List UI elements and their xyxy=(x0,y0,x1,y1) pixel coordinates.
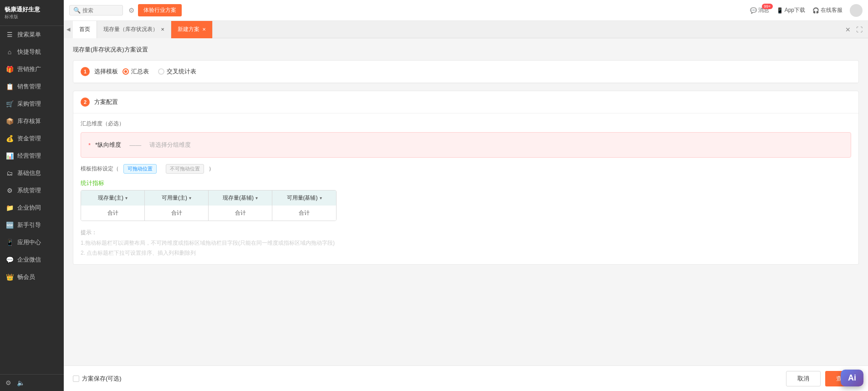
stats-col-sub-0: 合计 xyxy=(107,209,118,217)
template-radio-group: 汇总表 交叉统计表 xyxy=(123,67,196,76)
sidebar-label-marketing: 营销推广 xyxy=(17,65,41,73)
stats-col-body-0: 合计 xyxy=(81,206,145,221)
message-icon: 💬 xyxy=(750,7,757,14)
sidebar-item-company[interactable]: 📁企业协同 xyxy=(0,199,64,216)
sidebar-label-guide: 新手引导 xyxy=(17,221,41,229)
tab-home[interactable]: 首页 xyxy=(73,21,97,38)
settings-icon[interactable]: ⚙ xyxy=(5,379,11,386)
sidebar-label-wechat: 企业微信 xyxy=(17,256,41,264)
tab-scroll-left[interactable]: ◀ xyxy=(64,21,73,38)
stats-col-header-0[interactable]: 现存量(主)▾ xyxy=(81,190,145,206)
stats-table-header: 现存量(主)▾可用量(主)▾现存量(基辅)▾可用量(基辅)▾ xyxy=(81,190,336,206)
sidebar-item-inventory[interactable]: 📦库存核算 xyxy=(0,113,64,130)
stats-table-body: 合计合计合计合计 xyxy=(81,206,336,221)
tab-expand-btn[interactable]: ⛶ xyxy=(854,24,864,35)
radio-cross[interactable]: 交叉统计表 xyxy=(158,67,196,76)
save-check[interactable]: 方案保存(可选) xyxy=(73,375,122,383)
online-service-button[interactable]: 🎧 在线客服 xyxy=(812,6,842,14)
stats-col-header-3[interactable]: 可用量(基辅)▾ xyxy=(272,190,336,206)
step1-header: 1 选择模板 汇总表 交叉统计表 xyxy=(73,61,858,83)
stats-col-label-3: 可用量(基辅) xyxy=(287,194,318,202)
sidebar-label-sales: 销售管理 xyxy=(17,82,41,91)
gear-icon[interactable]: ⚙ xyxy=(128,6,134,15)
tab-new-scheme[interactable]: 新建方案 ✕ xyxy=(171,21,213,38)
sidebar-item-finance[interactable]: 💰资金管理 xyxy=(0,130,64,147)
sidebar-item-purchase[interactable]: 🛒采购管理 xyxy=(0,95,64,113)
sidebar-item-system[interactable]: ⚙系统管理 xyxy=(0,182,64,199)
stats-col-header-1[interactable]: 可用量(主)▾ xyxy=(145,190,209,206)
sidebar-item-basic-info[interactable]: 🗂基础信息 xyxy=(0,165,64,182)
hint-item-1: 1.拖动标题栏可以调整布局，不可跨维度或指标区域拖动栏目字段(只能在同一维度或指… xyxy=(81,238,851,248)
sidebar-label-company: 企业协同 xyxy=(17,204,41,212)
sidebar-item-wechat[interactable]: 💬企业微信 xyxy=(0,251,64,268)
sidebar-item-search-menu[interactable]: ☰搜索菜单 xyxy=(0,26,64,43)
sidebar-icon-inventory: 📦 xyxy=(5,117,14,125)
stats-section-label: 统计指标 xyxy=(81,179,851,187)
sidebar-label-system: 系统管理 xyxy=(17,186,41,195)
chevron-down-icon-2[interactable]: ▾ xyxy=(255,196,258,201)
app-download-button[interactable]: 📱 App下载 xyxy=(776,6,805,14)
sidebar-icon-company: 📁 xyxy=(5,204,14,212)
chevron-down-icon-1[interactable]: ▾ xyxy=(189,196,191,201)
avatar[interactable] xyxy=(850,4,863,17)
cancel-button[interactable]: 取消 xyxy=(786,371,821,386)
sidebar-item-sales[interactable]: 📋销售管理 xyxy=(0,78,64,95)
sidebar: 畅康通好生意 标准版 ☰搜索菜单⌂快捷导航🎁营销推广📋销售管理🛒采购管理📦库存核… xyxy=(0,0,64,391)
sidebar-item-marketing[interactable]: 🎁营销推广 xyxy=(0,61,64,78)
sidebar-icon-app-center: 📱 xyxy=(5,238,14,247)
sidebar-label-business: 经营管理 xyxy=(17,152,41,160)
message-button[interactable]: 💬 消息 99+ xyxy=(750,6,769,14)
radio-cross-circle xyxy=(158,68,164,75)
sidebar-bottom: ⚙ 🔈 xyxy=(0,374,64,391)
indicator-close: ） xyxy=(209,165,214,173)
tabbar-right: ✕ ⛶ xyxy=(843,24,868,35)
sidebar-icon-purchase: 🛒 xyxy=(5,100,14,108)
sidebar-icon-search-menu: ☰ xyxy=(5,31,14,39)
sidebar-item-member[interactable]: 👑畅会员 xyxy=(0,268,64,286)
sidebar-icon-marketing: 🎁 xyxy=(5,65,14,73)
sidebar-label-member: 畅会员 xyxy=(17,273,35,281)
vertical-placeholder: 请选择分组维度 xyxy=(149,141,191,149)
tab-inventory-close[interactable]: ✕ xyxy=(161,27,164,32)
sound-icon[interactable]: 🔈 xyxy=(17,379,25,386)
vertical-label: *纵向维度 xyxy=(95,141,121,149)
stats-col-body-2: 合计 xyxy=(209,206,272,221)
radio-summary[interactable]: 汇总表 xyxy=(123,67,149,76)
step2-num: 2 xyxy=(81,98,90,107)
step2-title: 方案配置 xyxy=(94,98,118,106)
app-download-label: App下载 xyxy=(785,6,805,14)
topbar: 🔍 ⚙ 体验行业方案 💬 消息 99+ 📱 App下载 🎧 在线客服 xyxy=(64,0,868,21)
sidebar-item-app-center[interactable]: 📱应用中心 xyxy=(0,234,64,251)
step1-num: 1 xyxy=(81,67,90,76)
step2-header: 2 方案配置 xyxy=(73,91,858,113)
sidebar-label-purchase: 采购管理 xyxy=(17,100,41,108)
alert-box: * *纵向维度 —— 请选择分组维度 xyxy=(81,132,851,158)
sidebar-icon-guide: 🆕 xyxy=(5,221,14,229)
hint-section: 提示： 1.拖动标题栏可以调整布局，不可跨维度或指标区域拖动栏目字段(只能在同一… xyxy=(81,229,851,258)
tab-new-scheme-close[interactable]: ✕ xyxy=(202,27,206,32)
sidebar-item-quick-nav[interactable]: ⌂快捷导航 xyxy=(0,43,64,61)
save-checkbox[interactable] xyxy=(73,376,79,382)
chevron-down-icon-0[interactable]: ▾ xyxy=(125,196,128,201)
tab-close-btn[interactable]: ✕ xyxy=(843,24,853,35)
message-badge: 99+ xyxy=(762,4,772,9)
step2-body: 汇总维度（必选） * *纵向维度 —— 请选择分组维度 模板指标设定（ 可拖动位… xyxy=(73,113,858,264)
search-icon: 🔍 xyxy=(73,7,81,14)
sidebar-item-business[interactable]: 📊经营管理 xyxy=(0,147,64,165)
sidebar-label-quick-nav: 快捷导航 xyxy=(17,48,41,56)
search-box[interactable]: 🔍 xyxy=(69,5,123,15)
radio-summary-label: 汇总表 xyxy=(131,67,149,76)
content-area: 现存量(库存状况表)方案设置 1 选择模板 汇总表 交叉统计表 xyxy=(64,38,868,365)
stats-col-body-3: 合计 xyxy=(272,206,336,221)
stats-col-label-1: 可用量(主) xyxy=(162,194,187,202)
chevron-down-icon-3[interactable]: ▾ xyxy=(320,196,322,201)
sidebar-icon-member: 👑 xyxy=(5,273,14,281)
stats-col-header-2[interactable]: 现存量(基辅)▾ xyxy=(209,190,272,206)
sidebar-item-guide[interactable]: 🆕新手引导 xyxy=(0,216,64,234)
ai-fab-button[interactable]: Ai xyxy=(841,370,863,386)
tab-inventory-status[interactable]: 现存量（库存状况表） ✕ xyxy=(97,21,171,38)
trial-button[interactable]: 体验行业方案 xyxy=(138,4,182,16)
search-input[interactable] xyxy=(82,7,119,14)
summary-dimension-label: 汇总维度（必选） xyxy=(81,120,851,128)
tabbar: ◀ 首页 现存量（库存状况表） ✕ 新建方案 ✕ ✕ ⛶ xyxy=(64,21,868,38)
